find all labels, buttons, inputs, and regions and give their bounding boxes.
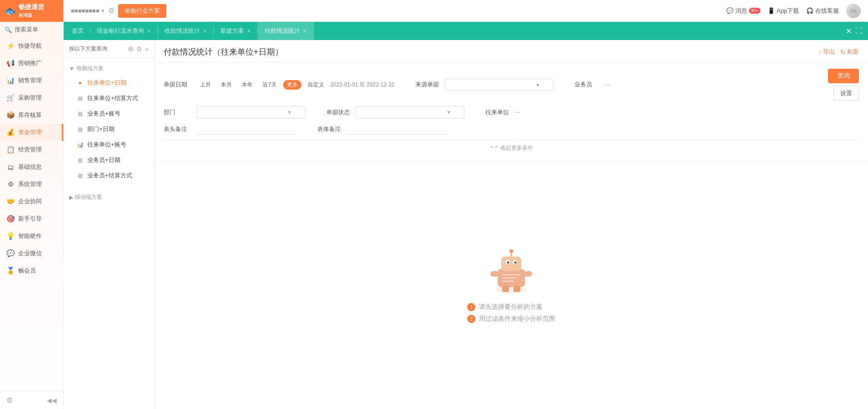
- settings-btn[interactable]: 设置: [833, 86, 859, 101]
- tab-new-scheme[interactable]: 新建方案 ✕: [214, 22, 258, 40]
- sidebar-item-corp[interactable]: 🤝 企业协同: [0, 193, 63, 210]
- search-label: 搜索菜单: [15, 25, 38, 34]
- sidebar-item-basic[interactable]: 🗂 基础信息: [0, 158, 63, 176]
- scheme-item-unit-date[interactable]: ● 往来单位+日期: [64, 75, 154, 91]
- svg-point-8: [509, 249, 513, 253]
- sidebar-item-inventory[interactable]: 📦 库存核算: [0, 106, 63, 124]
- sidebar-item-purchase[interactable]: 🛒 采购管理: [0, 89, 63, 106]
- settings-icon[interactable]: ⚙: [108, 6, 115, 15]
- sidebar-item-sales[interactable]: 📊 销售管理: [0, 72, 63, 89]
- sidebar-item-operation[interactable]: 📋 经营管理: [0, 141, 63, 158]
- tab-new-scheme-close-icon[interactable]: ✕: [247, 28, 251, 34]
- topbar-left: ■■■■■■■■ ▾ ⚙ 体验行业方案: [71, 4, 721, 18]
- tab-bank-close-icon[interactable]: ✕: [147, 28, 151, 34]
- sidebar-item-member[interactable]: 🏅 畅会员: [0, 262, 63, 279]
- voucher-status-select[interactable]: ▾: [355, 106, 464, 118]
- scheme-item-unit-account[interactable]: 📊 往来单位+账号: [64, 137, 154, 152]
- messages-btn[interactable]: 💬 消息 99+: [726, 7, 760, 15]
- tab-expand-icon[interactable]: ⛶: [855, 27, 863, 35]
- tab-receivable[interactable]: 收款情况统计 ✕: [158, 22, 214, 40]
- sidebar-footer: ⚙ ◀◀: [0, 391, 63, 409]
- tab-receivable-close-icon[interactable]: ✕: [203, 28, 207, 34]
- export-btn[interactable]: ↑ 导出: [818, 48, 835, 56]
- member-icon: 🏅: [6, 267, 15, 275]
- sidebar-item-guide[interactable]: 🎯 新手引导: [0, 210, 63, 227]
- date-opt-custom[interactable]: 自定义: [304, 80, 328, 90]
- marketing-icon: 📢: [6, 59, 15, 67]
- trial-btn[interactable]: 体验行业方案: [118, 4, 166, 18]
- date-range-display: 2022-01-01 至 2022-12-31: [330, 81, 394, 89]
- sidebar-item-system[interactable]: ⚙ 系统管理: [0, 176, 63, 193]
- scheme-item-dept-date[interactable]: ▦ 部门+日期: [64, 121, 154, 137]
- svg-point-6: [514, 262, 517, 264]
- search-menu[interactable]: 🔍 搜索菜单: [0, 22, 63, 37]
- scheme-unit-settle-label: 往来单位+结算方式: [87, 94, 138, 102]
- scheme-item-staff-date[interactable]: ▦ 业务员+日期: [64, 152, 154, 168]
- scheme-unit-date-label: 往来单位+日期: [87, 79, 126, 87]
- header-note-input[interactable]: [196, 124, 296, 135]
- refresh-icon: ↻: [840, 49, 845, 56]
- tab-payment-close-icon[interactable]: ✕: [303, 28, 307, 34]
- tip-text-2: 用过滤条件来缩小分析范围: [479, 315, 555, 323]
- sidebar-item-marketing[interactable]: 📢 营销推广: [0, 55, 63, 72]
- sidebar-item-label: 畅会员: [18, 267, 36, 275]
- tab-home[interactable]: 首页: [65, 22, 90, 40]
- voucher-status-chevron-icon: ▾: [447, 109, 450, 116]
- tabbar: 首页 现金银行流水查询 ✕ 收款情况统计 ✕ 新建方案 ✕ 付款情况统计 ✕ ✕…: [64, 22, 868, 40]
- svg-rect-9: [490, 271, 499, 277]
- sidebar-item-quick-nav[interactable]: ⚡ 快捷导航: [0, 37, 63, 55]
- basic-icon: 🗂: [6, 163, 15, 171]
- query-btn[interactable]: 查询: [828, 69, 859, 83]
- date-opt-this-year[interactable]: 本年: [238, 80, 256, 90]
- logo-text: 畅捷通货: [19, 3, 44, 11]
- tab-new-scheme-label: 新建方案: [220, 27, 244, 35]
- filter-bar: 单据日期 上月 本月 本年 近7天 更多 自定义 2022-01-01 至 20…: [155, 62, 868, 162]
- company-name: ■■■■■■■■: [71, 7, 100, 14]
- refresh-btn[interactable]: ↻ 刷新: [840, 48, 859, 56]
- date-opt-this-month[interactable]: 本月: [217, 80, 235, 90]
- filter-actions: 查询 设置: [828, 69, 859, 101]
- sidebar-item-label: 企业协同: [18, 197, 42, 206]
- date-opt-7days[interactable]: 近7天: [259, 80, 280, 90]
- sidebar-item-wechat[interactable]: 💬 企业微信: [0, 245, 63, 262]
- svg-rect-2: [501, 257, 521, 271]
- sidebar-item-label: 经营管理: [18, 146, 42, 154]
- online-service-btn[interactable]: 🎧 在线客服: [806, 7, 839, 15]
- svg-rect-12: [514, 286, 520, 292]
- system-icon: ⚙: [6, 180, 15, 188]
- scheme-settings-icon[interactable]: ⚙: [136, 45, 142, 53]
- scheme-item-staff-account[interactable]: ▦ 业务员+账号: [64, 106, 154, 121]
- sidebar-item-hardware[interactable]: 💡 智能硬件: [0, 227, 63, 245]
- app-download-btn[interactable]: 📱 App下载: [768, 7, 799, 15]
- desktop-section-label: 电脑端方案: [76, 65, 104, 72]
- dept-select[interactable]: ▾: [196, 106, 305, 118]
- footer-settings-icon[interactable]: ⚙: [6, 396, 13, 404]
- scheme-collapse-icon[interactable]: «: [145, 45, 149, 53]
- scheme-dept-date-icon: ▦: [76, 126, 84, 133]
- tab-payment[interactable]: 付款情况统计 ✕: [258, 22, 314, 40]
- body-note-input[interactable]: [346, 124, 446, 135]
- sidebar-item-finance[interactable]: 💰 资金管理: [0, 124, 63, 141]
- service-icon: 🎧: [806, 7, 813, 14]
- sidebar-item-label: 资金管理: [18, 128, 42, 136]
- voucher-status-label: 单据状态: [326, 108, 352, 116]
- scheme-item-staff-settle[interactable]: ▦ 业务员+结算方式: [64, 168, 154, 183]
- add-scheme-icon[interactable]: ⊕: [128, 45, 134, 53]
- tab-bank[interactable]: 现金银行流水查询 ✕: [90, 22, 158, 40]
- company-selector[interactable]: ■■■■■■■■ ▾: [71, 7, 105, 14]
- collapse-btn[interactable]: ⌃⌃ 收起更多条件: [164, 140, 859, 156]
- scheme-item-unit-settle[interactable]: ▦ 往来单位+结算方式: [64, 91, 154, 106]
- avatar[interactable]: Rit: [846, 4, 861, 18]
- scheme-unit-account-label: 往来单位+账号: [87, 141, 126, 149]
- tab-close-all-icon[interactable]: ✕: [846, 27, 852, 35]
- date-opt-more[interactable]: 更多: [283, 80, 301, 90]
- sidebar-item-label: 库存核算: [18, 111, 42, 119]
- source-select[interactable]: ▾: [444, 79, 554, 91]
- date-opt-last-month[interactable]: 上月: [196, 80, 215, 90]
- desktop-section-title[interactable]: ▼ 电脑端方案: [64, 62, 154, 75]
- footer-collapse-icon[interactable]: ◀◀: [47, 397, 57, 404]
- mobile-section-title[interactable]: ▶ 移动端方案: [64, 191, 154, 204]
- sidebar-item-label: 快捷导航: [18, 42, 42, 50]
- sidebar-item-label: 系统管理: [18, 180, 42, 188]
- finance-icon: 💰: [6, 128, 15, 136]
